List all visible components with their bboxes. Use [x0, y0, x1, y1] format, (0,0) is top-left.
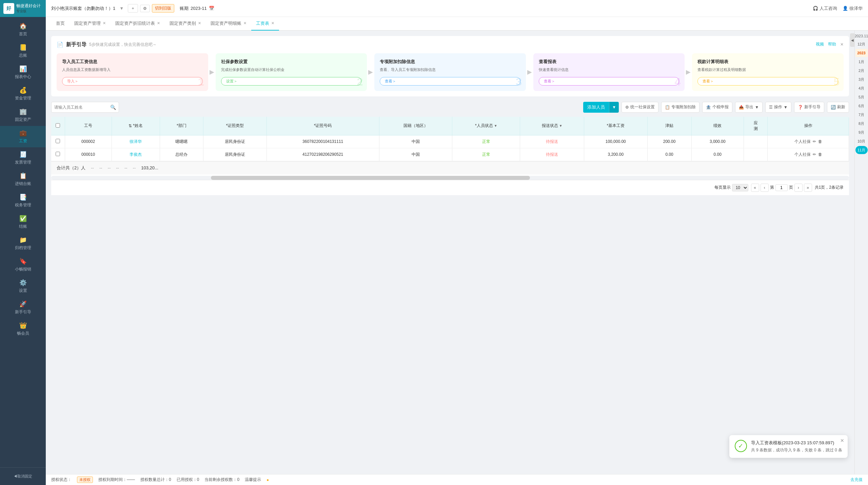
panel-month-9[interactable]: 9月 — [855, 128, 868, 136]
td-dept: 嗯嗯嗯 — [160, 135, 203, 148]
panel-month-12[interactable]: 12月 — [855, 40, 868, 48]
refresh-button[interactable]: 🔄 刷新 — [827, 102, 849, 113]
social-insurance-button[interactable]: ⚙ 统一社保设置 — [622, 102, 658, 113]
horizontal-scrollbar[interactable] — [51, 176, 849, 180]
guide-btn-icon: ❓ — [798, 105, 803, 110]
panel-year-2023[interactable]: 2023 — [855, 49, 868, 57]
sidebar-item-settings[interactable]: ⚙️ 设置 — [0, 276, 46, 297]
page-number-input[interactable] — [775, 184, 788, 191]
tab-depreciation-tab[interactable]: 固定资产折旧统计表✕ — [111, 17, 165, 31]
sidebar-item-tax[interactable]: 📑 税务管理 — [0, 190, 46, 211]
personal-insurance-link-2[interactable]: 个人社保 — [794, 152, 811, 157]
td-checkbox[interactable] — [51, 135, 65, 148]
edit-icon-1[interactable]: ✏ — [813, 139, 816, 144]
panel-month-8[interactable]: 8月 — [855, 119, 868, 128]
sidebar-item-expense[interactable]: 🔖 小畅报销 — [0, 254, 46, 276]
sidebar-item-payroll[interactable]: 💼 工资 — [0, 126, 46, 147]
tax-icon: 🏦 — [706, 105, 711, 110]
tab-home-tab[interactable]: 首页 — [51, 17, 70, 31]
guide-button[interactable]: ❓ 新手引导 — [794, 102, 824, 113]
row-checkbox[interactable] — [56, 139, 60, 143]
page-size-select[interactable]: 10 20 50 — [732, 184, 748, 191]
step-btn-step1[interactable]: 导入＞ — [62, 77, 203, 86]
tab-close-payroll-tab[interactable]: ✕ — [271, 21, 274, 25]
panel-month-4[interactable]: 4月 — [855, 84, 868, 92]
sidebar-item-fixed-assets[interactable]: 🏢 固定资产 — [0, 105, 46, 126]
sidebar-item-closing[interactable]: ✅ 结账 — [0, 211, 46, 233]
panel-month-5[interactable]: 5月 — [855, 93, 868, 101]
tab-detail-tab[interactable]: 固定资产明细账✕ — [206, 17, 251, 31]
video-link[interactable]: 视频 — [816, 41, 824, 47]
next-page-button[interactable]: › — [794, 184, 803, 192]
personal-insurance-link-1[interactable]: 个人社保 — [794, 139, 811, 145]
panel-month-6[interactable]: 6月 — [855, 102, 868, 110]
step-btn-step2[interactable]: 设置＞ — [221, 77, 362, 86]
sidebar-item-home[interactable]: 🏠 首页 — [0, 19, 46, 40]
panel-month-10[interactable]: 10月 — [855, 137, 868, 145]
tab-close-depreciation-tab[interactable]: ✕ — [157, 21, 160, 25]
sidebar-item-capital[interactable]: 💰 资金管理 — [0, 83, 46, 105]
tax-report-button[interactable]: 🏦 个税申报 — [702, 102, 732, 113]
cancel-fixed-button[interactable]: ◀取消固定 — [0, 471, 46, 482]
row-checkbox[interactable] — [56, 152, 60, 156]
sidebar-item-reports[interactable]: 📊 报表中心 — [0, 62, 46, 83]
tab-close-detail-tab[interactable]: ✕ — [243, 21, 246, 25]
panel-months: 12月20231月2月3月4月5月6月7月8月9月10月11月 — [855, 40, 868, 154]
delete-icon-2[interactable]: 🗑 — [818, 152, 822, 157]
delete-icon-1[interactable]: 🗑 — [818, 139, 822, 144]
panel-month-3[interactable]: 3月 — [855, 75, 868, 83]
deduction-button[interactable]: 📋 专项附加扣除 — [661, 102, 699, 113]
tab-payroll-tab[interactable]: 工资表✕ — [251, 17, 279, 31]
first-page-button[interactable]: « — [751, 184, 759, 192]
user-profile-button[interactable]: 👤 徐泽华 — [843, 5, 863, 12]
add-person-dropdown[interactable]: ▼ — [609, 102, 619, 113]
step-btn-step4[interactable]: 查看＞ — [539, 77, 679, 86]
th-base-salary: *基本工资 — [584, 117, 647, 135]
step-btn-step5[interactable]: 查看＞ — [697, 77, 838, 86]
help-link[interactable]: 帮助 — [828, 41, 836, 47]
step-btn-step3[interactable]: 查看＞ — [380, 77, 520, 86]
tab-fixed-assets-tab[interactable]: 固定资产管理✕ — [70, 17, 111, 31]
panel-month-2[interactable]: 2月 — [855, 67, 868, 75]
tab-label: 工资表 — [256, 20, 269, 26]
th-actions: 操作 — [768, 117, 849, 135]
tab-close-fixed-assets-tab[interactable]: ✕ — [103, 21, 106, 25]
step-title-step3: 专项附加扣除信息 — [380, 59, 520, 65]
operation-button[interactable]: ☰ 操作 ▼ — [765, 102, 791, 113]
search-input[interactable] — [54, 105, 110, 110]
td-id-type: 居民身份证 — [203, 148, 267, 161]
th-id-type: *证照类型 — [203, 117, 267, 135]
panel-month-7[interactable]: 7月 — [855, 111, 868, 119]
edit-icon-2[interactable]: ✏ — [813, 152, 816, 157]
select-all-checkbox[interactable] — [56, 123, 60, 128]
sidebar-item-ledger[interactable]: 📒 总账 — [0, 40, 46, 62]
prev-page-button[interactable]: ‹ — [761, 184, 769, 192]
panel-toggle-button[interactable]: ◀ — [850, 33, 855, 47]
tab-category-tab[interactable]: 固定资产类别✕ — [165, 17, 206, 31]
last-page-button[interactable]: » — [804, 184, 812, 192]
add-person-button[interactable]: 添加人员 — [583, 102, 609, 113]
tab-close-category-tab[interactable]: ✕ — [198, 21, 201, 25]
recharge-button[interactable]: 去充值 — [850, 477, 863, 483]
sidebar-item-label: 结账 — [19, 224, 27, 229]
dropdown-arrow[interactable]: ▼ — [119, 6, 124, 11]
th-select-all[interactable] — [51, 117, 65, 135]
sidebar-item-archives[interactable]: 📁 归档管理 — [0, 233, 46, 254]
panel-month-11[interactable]: 11月 — [855, 146, 868, 154]
calendar-icon[interactable]: 📅 — [209, 6, 214, 11]
td-checkbox[interactable] — [51, 148, 65, 161]
version-toggle-button[interactable]: 切到旧版 — [152, 4, 174, 13]
customer-service-button[interactable]: 🎧 人工咨询 — [813, 5, 837, 12]
settings-button[interactable]: ⚙ — [140, 5, 150, 12]
toast-close-button[interactable]: ✕ — [840, 438, 844, 443]
sidebar-item-purchase-sales[interactable]: 📋 进销台账 — [0, 169, 46, 190]
sidebar-item-member[interactable]: 👑 畅会员 — [0, 318, 46, 340]
export-button[interactable]: 📤 导出 ▼ — [735, 102, 763, 113]
employee-name-link[interactable]: 徐泽华 — [130, 139, 142, 144]
panel-month-1[interactable]: 1月 — [855, 58, 868, 66]
guide-close-button[interactable]: ✕ — [840, 42, 844, 47]
sidebar-item-guide[interactable]: 🚀 新手引导 — [0, 297, 46, 318]
employee-name-link[interactable]: 李俊杰 — [130, 152, 142, 157]
sidebar-item-invoicing[interactable]: 🧾 发票管理 — [0, 147, 46, 169]
add-account-button[interactable]: ＋ — [128, 4, 138, 13]
